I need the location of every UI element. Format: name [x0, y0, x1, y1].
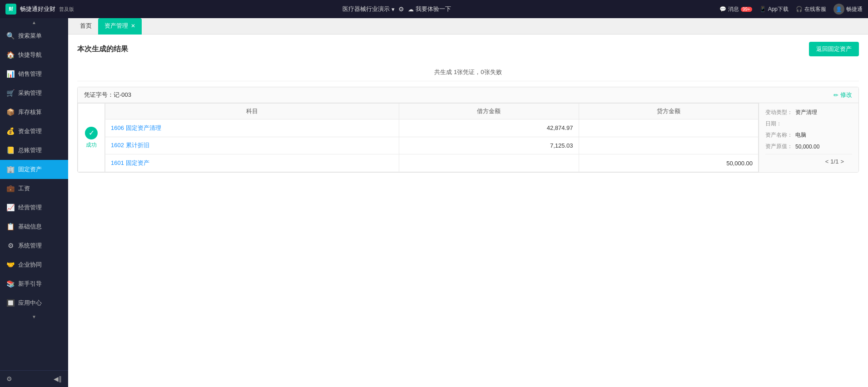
sidebar-item-basic-info[interactable]: 📋 基础信息	[0, 217, 68, 236]
side-info-panel: 变动类型： 资产清理 日期： 资产名称： 电脑 资产原值：	[759, 103, 858, 172]
page-header-row: 本次生成的结果 返回固定资产	[77, 42, 859, 56]
messages-badge: 99+	[741, 7, 752, 12]
home-icon: 🏠	[6, 51, 15, 59]
sidebar-item-purchase[interactable]: 🛒 采购管理	[0, 84, 68, 103]
edit-icon: ✏	[833, 92, 838, 99]
sidebar-bottom: ⚙ ◀‖	[0, 370, 68, 387]
tab-home[interactable]: 首页	[74, 18, 98, 35]
table-row: 1602 累计折旧7,125.03	[105, 137, 759, 154]
message-icon: 💬	[719, 6, 726, 12]
finance-icon: 💰	[6, 127, 15, 135]
date-label: 日期：	[765, 120, 782, 128]
user-item[interactable]: 👤 畅捷通	[833, 4, 863, 15]
subject-cell: 1601 固定资产	[105, 154, 399, 172]
tab-asset-mgmt-label: 资产管理	[104, 22, 128, 30]
sidebar-item-system[interactable]: ⚙ 系统管理	[0, 236, 68, 255]
header-center: 医疗器械行业演示 ▾ ⚙ ☁ 我要体验一下	[342, 5, 451, 13]
success-label: 成功	[86, 141, 97, 149]
prev-page-button[interactable]: <	[823, 158, 831, 165]
change-type-value: 资产清理	[795, 109, 817, 116]
online-service-item[interactable]: 🎧 在线客服	[796, 5, 826, 13]
col-header-subject: 科目	[105, 104, 399, 119]
page-title: 本次生成的结果	[77, 45, 128, 54]
debit-cell: 7,125.03	[399, 137, 579, 154]
tab-close-button[interactable]: ✕	[131, 23, 135, 29]
sidebar-scroll-down[interactable]: ▼	[0, 313, 68, 321]
online-service-label: 在线客服	[804, 5, 826, 13]
content-area: 首页 资产管理 ✕ 本次生成的结果 返回固定资产 共生成 1张凭证，0张失败 凭…	[68, 18, 868, 387]
header-right: 💬 消息 99+ 📱 App下载 🎧 在线客服 👤 畅捷通	[719, 4, 863, 15]
return-button[interactable]: 返回固定资产	[809, 42, 859, 56]
col-header-debit: 借方金额	[399, 104, 579, 119]
sidebar-label-app-center: 应用中心	[18, 299, 42, 307]
company-selector[interactable]: 医疗器械行业演示 ▾	[342, 5, 395, 13]
avatar: 👤	[833, 4, 844, 15]
logo-icon: 财	[5, 4, 16, 15]
change-type-label: 变动类型：	[765, 109, 793, 116]
asset-name-row: 资产名称： 电脑	[765, 131, 852, 139]
sidebar-item-payroll[interactable]: 💼 工资	[0, 179, 68, 198]
settings-button[interactable]: ⚙	[398, 5, 404, 13]
edition-badge: 普及版	[59, 6, 74, 13]
sidebar-item-quick-nav[interactable]: 🏠 快捷导航	[0, 45, 68, 64]
ledger-icon: 📒	[6, 146, 15, 154]
sidebar-label-system: 系统管理	[18, 242, 42, 250]
change-type-row: 变动类型： 资产清理	[765, 109, 852, 116]
inventory-icon: 📦	[6, 108, 15, 116]
voucher-card: 凭证字号：记-003 ✏ 修改 ✓ 成功	[77, 87, 859, 173]
sidebar-item-fixed-assets[interactable]: 🏢 固定资产	[0, 160, 68, 179]
sidebar-label-inventory: 库存核算	[18, 108, 42, 116]
sidebar-label-enterprise: 企业协同	[18, 261, 42, 269]
headset-icon: 🎧	[796, 6, 803, 12]
logo-area: 财 畅捷通好业财 普及版	[5, 4, 74, 15]
company-name: 医疗器械行业演示	[342, 5, 390, 13]
voucher-table: 科目 借方金额 贷方金额 1606 固定资产清理42,874.971602 累计…	[105, 103, 759, 172]
next-page-button[interactable]: >	[838, 158, 846, 165]
voucher-number: 凭证字号：记-003	[84, 91, 131, 99]
sidebar-settings-button[interactable]: ⚙	[6, 375, 12, 382]
edit-label: 修改	[840, 91, 852, 99]
asset-name-label: 资产名称：	[765, 131, 793, 139]
credit-cell	[579, 119, 758, 137]
cloud-icon: ☁	[408, 6, 414, 13]
app-center-icon: 🔲	[6, 299, 15, 307]
payroll-icon: 💼	[6, 184, 15, 193]
date-row: 日期：	[765, 120, 852, 128]
main-layout: ▲ 🔍 搜索菜单 🏠 快捷导航 📊 销售管理 🛒 采购管理 📦 库存核算 💰 资…	[0, 18, 868, 387]
pagination-row: < 1/1 >	[765, 154, 852, 167]
table-row: 1601 固定资产50,000.00	[105, 154, 759, 172]
sidebar-label-business: 经营管理	[18, 203, 42, 212]
messages-item[interactable]: 💬 消息 99+	[719, 5, 752, 13]
sidebar-item-app-center[interactable]: 🔲 应用中心	[0, 293, 68, 313]
app-download-item[interactable]: 📱 App下载	[759, 5, 789, 13]
sidebar-item-finance[interactable]: 💰 资金管理	[0, 122, 68, 141]
business-icon: 📈	[6, 203, 15, 212]
search-icon: 🔍	[6, 32, 15, 40]
sidebar-item-inventory[interactable]: 📦 库存核算	[0, 103, 68, 122]
asset-value-value: 50,000.00	[795, 144, 819, 150]
col-header-credit: 贷方金额	[579, 104, 758, 119]
sidebar-label-fixed-assets: 固定资产	[18, 165, 42, 174]
top-header: 财 畅捷通好业财 普及版 医疗器械行业演示 ▾ ⚙ ☁ 我要体验一下 💬 消息 …	[0, 0, 868, 18]
sidebar-item-enterprise[interactable]: 🤝 企业协同	[0, 255, 68, 274]
edit-button[interactable]: ✏ 修改	[833, 91, 852, 99]
sidebar-item-search[interactable]: 🔍 搜索菜单	[0, 26, 68, 45]
sidebar-item-ledger[interactable]: 📒 总账管理	[0, 141, 68, 160]
success-indicator: ✓ 成功	[78, 103, 105, 172]
sales-icon: 📊	[6, 70, 15, 78]
voucher-body: ✓ 成功 科目 借方金额 贷方金额 1606 固定	[78, 103, 858, 172]
basic-info-icon: 📋	[6, 223, 15, 231]
sidebar-label-payroll: 工资	[18, 184, 30, 193]
experience-button[interactable]: ☁ 我要体验一下	[408, 5, 451, 13]
sidebar-item-tutorial[interactable]: 📚 新手引导	[0, 274, 68, 293]
subject-cell: 1602 累计折旧	[105, 137, 399, 154]
sidebar-item-sales[interactable]: 📊 销售管理	[0, 64, 68, 84]
summary-bar: 共生成 1张凭证，0张失败	[77, 64, 859, 81]
sidebar-item-business[interactable]: 📈 经营管理	[0, 198, 68, 217]
sidebar-collapse-button[interactable]: ◀‖	[54, 375, 62, 382]
dropdown-icon: ▾	[392, 6, 395, 13]
tutorial-icon: 📚	[6, 280, 15, 288]
tab-asset-mgmt[interactable]: 资产管理 ✕	[98, 18, 142, 35]
tab-home-label: 首页	[80, 22, 92, 30]
sidebar-scroll-up[interactable]: ▲	[0, 18, 68, 26]
